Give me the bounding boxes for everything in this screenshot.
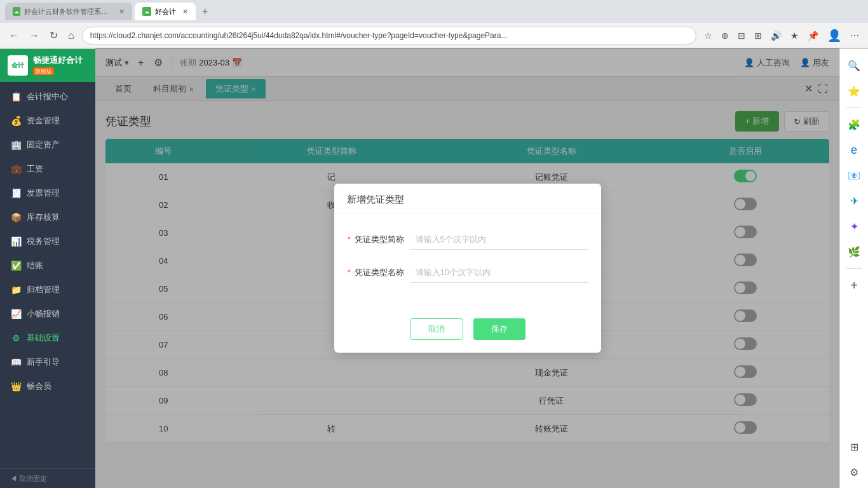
tab-close-1[interactable]: ✕ [119,8,125,16]
cancel-pin-icon: ◀ [10,475,17,482]
capital-icon: 💰 [10,115,22,126]
sidebar-label-dashboard: 会计报中心 [27,91,68,102]
form-row-short: * 凭证类型简称 [347,229,588,250]
tab-close-2[interactable]: ✕ [182,8,188,16]
right-sidebar-star-icon[interactable]: ⭐ [843,79,865,102]
browser-chrome: ☁ 好会计云财务软件管理系统_会计 ✕ ☁ 好会计 ✕ + ← → ↻ ⌂ ☆ … [0,0,868,49]
form-label-name: * 凭证类型名称 [347,267,410,278]
right-sidebar-feather-icon[interactable]: ✈ [843,189,865,212]
sidebar-item-settings[interactable]: ⚙ 基础设置 [0,326,95,350]
sidebar-label-fixed-assets: 固定资产 [27,139,60,151]
forward-button[interactable]: → [27,27,42,44]
browser-nav-actions: ☆ ⊕ ⊟ ⊞ 🔊 ★ 📌 👤 ⋯ [702,26,862,45]
archive-icon: 📁 [10,284,22,295]
right-sidebar-grid-icon[interactable]: ⊞ [843,435,865,458]
guide-icon: 📖 [10,356,22,368]
sidebar-label-tax: 税务管理 [27,236,60,247]
right-sidebar-leaf-icon[interactable]: 🌿 [843,240,865,263]
sidebar-item-report[interactable]: 📈 小畅报销 [0,302,95,326]
field-name-label-text: 凭证类型名称 [355,268,404,277]
settlement-icon: ✅ [10,260,22,271]
new-tab-button[interactable]: + [198,4,212,18]
save-button[interactable]: 保存 [473,318,526,340]
right-sidebar-divider-1 [846,107,862,108]
sidebar-item-guide[interactable]: 📖 新手引导 [0,350,95,374]
modal-overlay: 新增凭证类型 * 凭证类型简称 * 凭证类型名称 取消 保存 [95,48,839,488]
fixed-assets-icon: 🏢 [10,139,22,151]
right-sidebar-plus-icon[interactable]: + [843,274,865,297]
zoom-button[interactable]: ⊞ [752,26,764,45]
sidebar-item-capital[interactable]: 💰 资金管理 [0,109,95,133]
read-aloud-button[interactable]: 🔊 [768,26,784,45]
dashboard-icon: 📋 [10,91,22,102]
sidebar-label-settlement: 结账 [27,260,43,271]
right-sidebar-puzzle-icon[interactable]: 🧩 [843,113,865,136]
sidebar-label-report: 小畅报销 [27,308,60,320]
sidebar-item-inventory[interactable]: 📦 库存核算 [0,205,95,229]
required-star-name: * [348,268,351,277]
sidebar-item-settlement[interactable]: ✅ 结账 [0,254,95,278]
sidebar-item-salary[interactable]: 💼 工资 [0,157,95,181]
sidebar-label-capital: 资金管理 [27,115,60,126]
cancel-button[interactable]: 取消 [410,318,463,340]
tab-favicon-2: ☁ [142,7,151,16]
sidebar-item-invoice[interactable]: 🧾 发票管理 [0,181,95,205]
back-button[interactable]: ← [6,27,22,44]
right-sidebar-divider-2 [846,268,862,269]
sidebar-label-settings: 基础设置 [27,332,60,344]
right-sidebar: 🔍 ⭐ 🧩 e 📧 ✈ ✦ 🌿 + ⊞ ⚙ [839,49,868,488]
right-sidebar-settings-icon[interactable]: ⚙ [843,461,865,484]
address-bar[interactable] [82,27,696,44]
favorites-button[interactable]: ☆ [702,26,715,45]
sidebar-cancel-pin[interactable]: ◀ 取消固定 [0,468,95,488]
tab-favicon-1: ☁ [13,7,20,16]
form-row-name: * 凭证类型名称 [347,262,588,283]
right-sidebar-edge-icon[interactable]: e [843,139,865,161]
split-view-button[interactable]: ⊟ [735,26,748,45]
modal-title: 新增凭证类型 [347,194,404,205]
salary-icon: 💼 [10,163,22,175]
extensions-button[interactable]: ⊕ [719,26,731,45]
reload-button[interactable]: ↻ [47,27,60,44]
sidebar-label-invoice: 发票管理 [27,187,60,199]
profile-button[interactable]: 👤 [825,26,844,45]
home-button[interactable]: ⌂ [65,27,77,44]
field-short-input[interactable] [410,229,588,250]
field-name-input[interactable] [410,262,588,283]
tax-icon: 📊 [10,236,22,247]
tab-bar: ☁ 好会计云财务软件管理系统_会计 ✕ ☁ 好会计 ✕ + [0,0,868,23]
invoice-icon: 🧾 [10,187,22,199]
report-icon: 📈 [10,308,22,320]
logo-text-area: 畅捷通好合计 旗舰版 [33,55,83,76]
sidebar-nav: 📋 会计报中心 💰 资金管理 🏢 固定资产 💼 工资 🧾 发票管理 📦 [0,82,95,468]
member-icon: 👑 [10,381,22,392]
sidebar-label-member: 畅会员 [27,381,51,392]
form-label-short: * 凭证类型简称 [347,234,410,245]
right-sidebar-outlook-icon[interactable]: 📧 [843,164,865,187]
sidebar-item-dashboard[interactable]: 📋 会计报中心 [0,85,95,109]
logo-badge: 旗舰版 [33,67,54,75]
collections-button[interactable]: 📌 [805,26,821,45]
browser-tab-1[interactable]: ☁ 好会计云财务软件管理系统_会计 ✕ [5,3,132,20]
sidebar-logo: 会计 畅捷通好合计 旗舰版 [0,49,95,82]
sidebar-item-member[interactable]: 👑 畅会员 [0,374,95,398]
sidebar-item-fixed-assets[interactable]: 🏢 固定资产 [0,133,95,157]
required-star-short: * [348,234,351,244]
right-sidebar-copilot-icon[interactable]: ✦ [843,215,865,238]
browser-nav: ← → ↻ ⌂ ☆ ⊕ ⊟ ⊞ 🔊 ★ 📌 👤 ⋯ [0,23,868,48]
more-button[interactable]: ⋯ [848,26,862,45]
logo-text: 畅捷通好合计 [33,55,83,65]
favorites-star-button[interactable]: ★ [788,26,801,45]
sidebar-label-inventory: 库存核算 [27,212,60,223]
field-short-label-text: 凭证类型简称 [355,234,404,244]
sidebar-item-archive[interactable]: 📁 归档管理 [0,278,95,302]
right-sidebar-search-icon[interactable]: 🔍 [843,54,865,77]
tab-label-1: 好会计云财务软件管理系统_会计 [24,7,112,17]
logo-icon: 会计 [8,55,28,76]
cancel-pin-label: 取消固定 [19,475,47,482]
settings-icon: ⚙ [10,332,22,344]
add-voucher-type-modal: 新增凭证类型 * 凭证类型简称 * 凭证类型名称 取消 保存 [334,184,601,353]
browser-tab-2[interactable]: ☁ 好会计 ✕ [135,3,196,20]
sidebar-item-tax[interactable]: 📊 税务管理 [0,229,95,254]
tab-label-2: 好会计 [155,7,176,17]
